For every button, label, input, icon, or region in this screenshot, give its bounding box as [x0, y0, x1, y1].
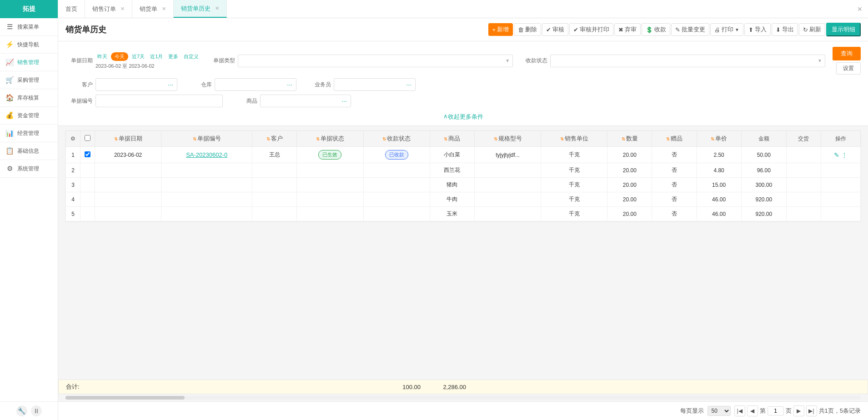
col-pay-status-header[interactable]: ⇅收款状态: [363, 131, 430, 147]
cell-customer: 王总: [252, 147, 297, 163]
doc-no-input[interactable]: [95, 95, 223, 107]
delete-label: 删除: [525, 25, 537, 34]
cell-check[interactable]: [80, 178, 95, 192]
salesperson-input[interactable]: ···: [334, 78, 416, 91]
sidebar-item-quick-nav[interactable]: ⚡ 快捷导航: [0, 36, 58, 54]
export-button[interactable]: ⬇ 导出: [772, 23, 798, 36]
setting-button[interactable]: 设置: [836, 62, 861, 75]
sidebar-item-stock-calc[interactable]: 🏠 库存核算: [0, 89, 58, 107]
cell-check[interactable]: [80, 163, 95, 178]
cell-unit: 千克: [541, 178, 607, 192]
cell-doc-no: [161, 163, 252, 178]
scroll-thumb[interactable]: [65, 396, 185, 400]
doc-type-field: 单据类型 ▼: [208, 55, 513, 67]
refresh-button[interactable]: ↻ 刷新: [799, 23, 825, 36]
tab-sales-history-close[interactable]: ✕: [215, 5, 219, 11]
tab-sales-delivery-close[interactable]: ✕: [162, 6, 166, 12]
show-detail-button[interactable]: 显示明细: [826, 23, 861, 36]
customer-picker-icon[interactable]: ···: [168, 81, 173, 88]
date-label: 单据日期: [65, 57, 93, 65]
product-input[interactable]: ···: [260, 95, 351, 107]
col-customer-header[interactable]: ⇅客户: [252, 131, 297, 147]
collapse-search-row[interactable]: ∧ 收起更多条件: [65, 111, 861, 123]
tab-home[interactable]: 首页: [58, 0, 85, 18]
select-all-checkbox[interactable]: [85, 135, 90, 141]
warehouse-picker-icon[interactable]: ···: [287, 81, 292, 88]
sidebar-item-sys-mgmt[interactable]: ⚙ 系统管理: [0, 160, 58, 178]
print-button[interactable]: 🖨 打印 ▼: [710, 23, 743, 36]
customer-input[interactable]: ···: [95, 78, 177, 91]
delete-button[interactable]: 🗑 删除: [514, 23, 541, 36]
tab-sales-delivery[interactable]: 销货单 ✕: [132, 0, 174, 18]
col-product-header[interactable]: ⇅商品: [430, 131, 474, 147]
salesperson-picker-icon[interactable]: ···: [406, 81, 411, 88]
sidebar-item-sales-mgmt[interactable]: 📈 销售管理: [0, 54, 58, 71]
sidebar-item-ops-mgmt[interactable]: 📊 经营管理: [0, 125, 58, 142]
sort-icon: ⇅: [114, 136, 118, 141]
page-header: 销货单历史 + 新增 🗑 删除 ✔ 审核 ✔ 审核并打印: [58, 18, 868, 41]
product-label: 商品: [230, 97, 257, 105]
date-tab-1month[interactable]: 近1月: [148, 52, 165, 61]
page-number-input[interactable]: [768, 406, 784, 415]
col-gift-header[interactable]: ⇅赠品: [652, 131, 697, 147]
col-doc-no-header[interactable]: ⇅单据编号: [161, 131, 252, 147]
more-action-icon[interactable]: ⋮: [841, 151, 848, 159]
tab-bar-close-icon[interactable]: ✕: [852, 5, 868, 13]
col-doc-date-header[interactable]: ⇅单据日期: [95, 131, 161, 147]
next-page-button[interactable]: ▶: [793, 405, 804, 416]
tab-sales-order-close[interactable]: ✕: [120, 6, 125, 12]
sort-icon: ⇅: [666, 136, 670, 141]
row-checkbox[interactable]: [85, 151, 90, 157]
product-picker-icon[interactable]: ···: [341, 97, 347, 105]
col-doc-status-header[interactable]: ⇅单据状态: [297, 131, 363, 147]
import-button[interactable]: ⬆ 导入: [744, 23, 771, 36]
toggle-sidebar-icon[interactable]: ⏸: [31, 405, 42, 416]
per-page-select[interactable]: 50 100 200: [707, 406, 731, 416]
col-customer-label: 客户: [271, 135, 283, 143]
sys-mgmt-icon: ⚙: [5, 165, 14, 173]
col-spec-header[interactable]: ⇅规格型号: [474, 131, 541, 147]
abandon-button[interactable]: ✖ 弃审: [614, 23, 641, 36]
table-header-row: ⚙ ⇅单据日期 ⇅单据编号 ⇅客户 ⇅单据状态 ⇅收款状态 ⇅商品 ⇅规格型号 …: [66, 131, 861, 147]
edit-action-icon[interactable]: ✎: [834, 151, 839, 159]
cell-product: 小白菜: [430, 147, 474, 163]
sidebar-item-search-menu[interactable]: ☰ 搜索菜单: [0, 18, 58, 36]
query-button[interactable]: 查询: [833, 47, 861, 60]
tab-sales-order[interactable]: 销售订单 ✕: [85, 0, 132, 18]
date-tab-yesterday[interactable]: 昨天: [95, 52, 109, 61]
collect-button[interactable]: 💲 收款: [642, 23, 670, 36]
add-button[interactable]: + 新增: [488, 23, 513, 36]
col-qty-header[interactable]: ⇅数量: [607, 131, 652, 147]
settings-bottom-icon[interactable]: 🔧: [16, 405, 27, 416]
pay-status-select[interactable]: ▼: [550, 55, 825, 67]
cell-check[interactable]: [80, 207, 95, 221]
col-check-header[interactable]: [80, 131, 95, 147]
batch-change-button[interactable]: ✎ 批量变更: [671, 23, 709, 36]
tab-sales-history[interactable]: 销货单历史 ✕: [174, 0, 227, 18]
cell-check[interactable]: [80, 192, 95, 207]
audit-print-button[interactable]: ✔ 审核并打印: [569, 23, 613, 36]
sidebar-item-base-info[interactable]: 📋 基础信息: [0, 142, 58, 160]
sidebar-item-purchase-mgmt[interactable]: 🛒 采购管理: [0, 71, 58, 89]
last-page-button[interactable]: ▶|: [806, 405, 817, 416]
warehouse-input[interactable]: ···: [215, 78, 296, 91]
first-page-button[interactable]: |◀: [734, 405, 745, 416]
date-tab-7days[interactable]: 近7天: [130, 52, 146, 61]
horizontal-scrollbar[interactable]: [65, 396, 861, 400]
doc-no-link[interactable]: SA-20230602-0: [186, 151, 227, 158]
col-price-header[interactable]: ⇅单价: [697, 131, 741, 147]
doc-type-select[interactable]: ▼: [238, 55, 513, 67]
sidebar-item-fund-mgmt[interactable]: 💰 资金管理: [0, 107, 58, 125]
cell-check[interactable]: [80, 147, 95, 163]
cell-amount: 920.00: [741, 207, 786, 221]
date-tab-more[interactable]: 更多: [166, 52, 180, 61]
cell-unit: 千克: [541, 207, 607, 221]
col-settings-header[interactable]: ⚙: [66, 131, 80, 147]
col-unit-header[interactable]: ⇅销售单位: [541, 131, 607, 147]
date-tab-custom[interactable]: 自定义: [182, 52, 201, 61]
audit-button[interactable]: ✔ 审核: [542, 23, 568, 36]
page-suffix: 页: [786, 407, 792, 415]
date-tab-today[interactable]: 今天: [111, 52, 128, 61]
prev-page-button[interactable]: ◀: [747, 405, 758, 416]
cell-doc-date: [95, 163, 161, 178]
